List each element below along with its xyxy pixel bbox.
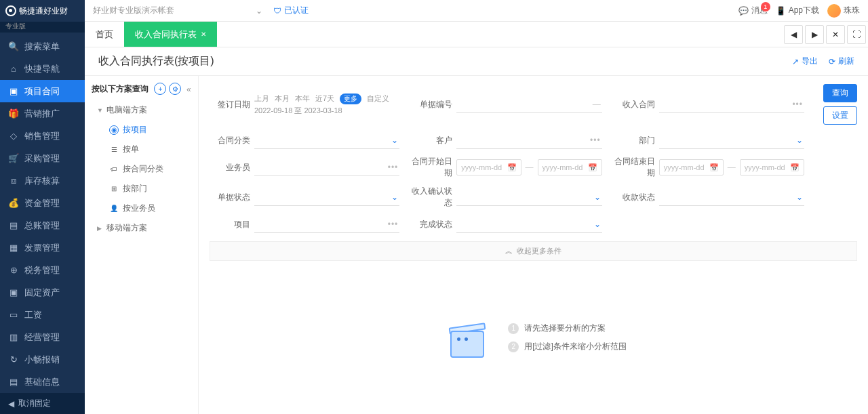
query-button[interactable]: 查询 [823, 84, 857, 102]
empty-step-2: 2用[过滤]条件来缩小分析范围 [508, 341, 627, 352]
scheme-by-salesman[interactable]: 👤 按业务员 [89, 199, 194, 218]
cart-icon: 🛒 [8, 153, 19, 164]
sidebar-item-invoice[interactable]: ▦发票管理 [0, 236, 85, 259]
user-icon: 👤 [109, 204, 119, 213]
ellipsis-icon: ••• [388, 163, 399, 172]
gift-icon: 🎁 [8, 108, 19, 119]
tab-prev-button[interactable]: ◀ [784, 25, 803, 44]
collapse-panel-icon[interactable]: » [186, 83, 191, 95]
biz-icon: ▥ [8, 332, 19, 343]
stock-icon: ⧈ [8, 175, 19, 186]
sidebar-item-business[interactable]: ▥经营管理 [0, 326, 85, 348]
chevron-down-icon: ⌄ [391, 136, 398, 145]
tab-close-button[interactable]: ✕ [826, 25, 845, 44]
sidebar-item-ledger[interactable]: ▤总账管理 [0, 214, 85, 236]
confirm-status-select[interactable]: ⌄ [456, 188, 601, 206]
home-icon: ⌂ [8, 64, 19, 75]
sidebar-item-asset[interactable]: ▣固定资产 [0, 281, 85, 304]
sidebar-item-salary[interactable]: ▭工资 [0, 304, 85, 326]
scheme-by-doc[interactable]: ☰ 按单 [89, 140, 194, 159]
sidebar-item-search[interactable]: 🔍搜索菜单 [0, 35, 85, 58]
caret-down-icon: ▼ [97, 107, 102, 114]
scheme-panel: 按以下方案查询 + ⚙ » ▼ 电脑端方案 ◉ 按项目 [85, 76, 199, 414]
sidebar-item-tax[interactable]: ⊕税务管理 [0, 259, 85, 281]
preset-this-month[interactable]: 本月 [275, 94, 290, 104]
doc-status-select[interactable]: ⌄ [254, 188, 399, 206]
end-date-from[interactable]: yyyy-mm-dd📅 [659, 159, 724, 175]
end-date-to[interactable]: yyyy-mm-dd📅 [740, 159, 804, 175]
ledger-icon: ▤ [8, 220, 19, 231]
salesman-lookup[interactable]: ••• [254, 159, 399, 176]
chevron-right-icon: ▶ [812, 30, 818, 39]
contract-cat-select[interactable]: ⌄ [254, 131, 399, 149]
sidebar-item-sales[interactable]: ◇销售管理 [0, 125, 85, 147]
ellipsis-icon: ••• [388, 220, 399, 229]
chevron-down-icon: ⌄ [594, 192, 601, 202]
settings-button[interactable]: 设置 [823, 106, 857, 125]
sidebar-item-funds[interactable]: 💰资金管理 [0, 192, 85, 214]
dept-select[interactable]: ⌄ [659, 131, 804, 149]
tags-icon: 🏷 [109, 165, 119, 174]
tabbar: 首页 收入合同执行表 ✕ ◀ ▶ ✕ ⛶ [85, 22, 868, 47]
filter-project: 项目 ••• [210, 215, 399, 233]
collapse-filters-button[interactable]: ︽ 收起更多条件 [210, 241, 857, 261]
scheme-group-desktop[interactable]: ▼ 电脑端方案 [89, 100, 194, 120]
doc-no-input[interactable]: — [456, 96, 601, 113]
tab-income-contract-exec[interactable]: 收入合同执行表 ✕ [124, 22, 217, 47]
sidebar-item-project-contract[interactable]: ▣项目合同 [0, 80, 85, 102]
edition-label: 专业版 [0, 22, 85, 33]
tab-next-button[interactable]: ▶ [805, 25, 824, 44]
empty-state: 1请先选择要分析的方案 2用[过滤]条件来缩小分析范围 [210, 261, 857, 414]
page-header: 收入合同执行表(按项目) ↗ 导出 ⟳ 刷新 [85, 47, 868, 76]
add-scheme-button[interactable]: + [154, 83, 166, 95]
chevron-down-icon: ⌄ [594, 220, 601, 229]
sidebar-item-expense[interactable]: ↻小畅报销 [0, 348, 85, 371]
preset-more[interactable]: 更多 [340, 94, 361, 104]
complete-status-select[interactable]: ⌄ [456, 215, 601, 233]
scheme-settings-button[interactable]: ⚙ [169, 83, 181, 95]
tab-home[interactable]: 首页 [85, 22, 124, 47]
filter-salesman: 业务员 ••• [210, 159, 399, 176]
money-icon: 💰 [8, 198, 19, 209]
refresh-button[interactable]: ⟳ 刷新 [829, 56, 854, 67]
preset-7days[interactable]: 近7天 [315, 94, 334, 104]
customer-lookup[interactable]: ••• [456, 131, 601, 149]
fullscreen-icon: ⛶ [852, 30, 861, 39]
sidebar-item-purchase[interactable]: 🛒采购管理 [0, 147, 85, 169]
preset-last-month[interactable]: 上月 [254, 94, 269, 104]
chevron-down-icon: ⌄ [391, 192, 398, 202]
chevron-down-icon: ⌄ [256, 6, 262, 16]
filter-collect-status: 收款状态 ⌄ [614, 188, 804, 206]
sidebar-item-inventory[interactable]: ⧈库存核算 [0, 169, 85, 192]
start-date-to[interactable]: yyyy-mm-dd📅 [538, 159, 602, 175]
export-button[interactable]: ↗ 导出 [792, 56, 818, 67]
filter-doc-status: 单据状态 ⌄ [210, 188, 399, 206]
search-icon: 🔍 [8, 41, 19, 52]
scheme-by-contract-cat[interactable]: 🏷 按合同分类 [89, 159, 194, 179]
preset-custom[interactable]: 自定义 [367, 94, 389, 104]
preset-this-year[interactable]: 本年 [295, 94, 310, 104]
collect-status-select[interactable]: ⌄ [659, 188, 804, 206]
account-selector[interactable]: 好业财专业版演示帐套 ⌄ [93, 5, 262, 16]
scheme-group-mobile[interactable]: ▶ 移动端方案 [89, 218, 194, 238]
start-date-from[interactable]: yyyy-mm-dd📅 [456, 159, 521, 175]
user-menu[interactable]: 珠珠 [827, 4, 860, 18]
sidebar-unpin[interactable]: ◀ 取消固定 [0, 393, 85, 414]
filter-start-date: 合同开始日期 yyyy-mm-dd📅 — yyyy-mm-dd📅 [412, 156, 601, 179]
scheme-by-dept[interactable]: ⊞ 按部门 [89, 179, 194, 199]
asset-icon: ▣ [8, 287, 19, 298]
close-icon[interactable]: ✕ [201, 30, 206, 38]
invoice-icon: ▦ [8, 243, 19, 253]
scheme-by-project[interactable]: ◉ 按项目 [89, 120, 194, 140]
messages-button[interactable]: 💬 消息 1 [738, 5, 768, 16]
app-download-button[interactable]: 📱 App下载 [776, 5, 819, 16]
sidebar-item-basic[interactable]: ▤基础信息 [0, 371, 85, 393]
calendar-icon: 📅 [790, 163, 800, 172]
scheme-tree: ▼ 电脑端方案 ◉ 按项目 ☰ 按单 🏷 按合同分类 [89, 100, 194, 238]
sidebar-item-quicknav[interactable]: ⌂快捷导航 [0, 58, 85, 80]
ellipsis-icon: ••• [792, 100, 803, 109]
sidebar-item-marketing[interactable]: 🎁营销推广 [0, 102, 85, 125]
project-lookup[interactable]: ••• [254, 215, 399, 233]
fullscreen-button[interactable]: ⛶ [847, 25, 866, 44]
income-contract-lookup[interactable]: ••• [659, 96, 804, 113]
